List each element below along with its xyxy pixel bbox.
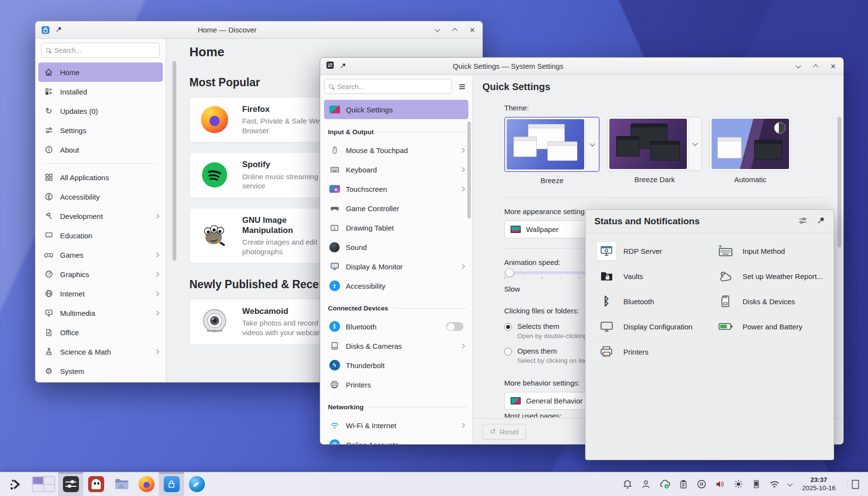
taskbar-app-falkon[interactable] [184,472,209,496]
network-wifi-icon[interactable] [769,479,780,489]
media-player-icon[interactable] [697,479,707,489]
taskbar-app-firefox[interactable] [134,472,159,496]
sidebar-item-home[interactable]: Home [38,62,163,82]
scrollbar[interactable] [172,61,176,261]
cloud-sync-icon[interactable] [659,479,670,489]
settings-search[interactable] [324,79,452,94]
close-button[interactable]: × [829,62,837,71]
theme-option-breeze[interactable]: Breeze [504,117,600,185]
tray-item-vaults[interactable]: Vaults [590,264,710,289]
sidebar-item-wifi-internet[interactable]: Wi-Fi & Internet [324,416,468,435]
user-switcher-icon[interactable] [641,479,651,489]
sidebar-item-drawing-tablet[interactable]: Drawing Tablet [324,218,468,237]
radio-button[interactable] [504,323,512,331]
theme-option-automatic[interactable]: Automatic [710,117,791,185]
tray-item-disks-devices[interactable]: Disks & Devices [710,289,829,314]
minimize-button[interactable] [433,26,442,34]
configure-icon[interactable] [798,216,807,227]
sidebar-item-system[interactable]: ⚙ System [38,361,163,381]
sidebar-item-accessibility[interactable]: Accessibility [324,276,468,295]
window-title: Home — Discover [198,26,257,34]
sidebar-item-quick-settings[interactable]: Quick Settings [324,100,468,119]
radio-button[interactable] [504,348,512,356]
kdeconnect-icon[interactable] [752,479,761,489]
pager-grid[interactable] [32,476,55,492]
maximize-button[interactable] [811,62,820,71]
sidebar-item-printers[interactable]: Printers [324,375,468,394]
search-input[interactable] [337,83,447,91]
reset-button[interactable]: ↺ Reset [482,424,526,440]
tray-item-input-method[interactable]: Input Method [710,238,829,264]
theme-option-breeze-dark[interactable]: Breeze Dark [607,117,702,185]
sidebar-item-sound[interactable]: Sound [324,237,468,257]
discover-titlebar[interactable]: Home — Discover × [35,21,482,39]
sidebar-item-education[interactable]: Education [38,226,163,245]
sidebar-item-bluetooth[interactable]: ᛒ Bluetooth [324,317,468,336]
sidebar-item-online-accounts[interactable]: @ Online Accounts [324,435,468,445]
notifications-icon[interactable] [622,479,633,489]
theme-dropdown-button[interactable] [688,117,701,170]
volume-icon[interactable] [715,479,725,489]
desktop-3[interactable] [33,485,43,492]
sidebar-item-disks-cameras[interactable]: Disks & Cameras [324,336,468,356]
taskbar-app-system-settings[interactable] [58,472,83,496]
tray-item-weather[interactable]: Set up Weather Report... [710,264,829,289]
sidebar-item-installed[interactable]: Installed [38,82,163,101]
sidebar-item-keyboard[interactable]: Keyboard [324,160,468,179]
desktop-2[interactable] [44,477,54,484]
sidebar-item-office[interactable]: Office [38,323,163,342]
app-launcher-button[interactable] [4,472,29,496]
slider-handle[interactable] [505,268,514,277]
taskbar-app-ghostwriter[interactable] [83,472,108,496]
tray-item-printers[interactable]: Printers [590,339,710,364]
desktop-1[interactable] [33,477,43,484]
sidebar-item-multimedia[interactable]: Multimedia [38,303,163,323]
desktop-4[interactable] [44,485,54,492]
sidebar-item-internet[interactable]: Internet [38,284,163,303]
tray-item-bluetooth[interactable]: ᛒ Bluetooth [590,289,710,314]
discover-search[interactable] [41,43,160,58]
pin-icon[interactable] [817,217,825,226]
digital-clock[interactable]: 23:37 2025-10-16 [802,476,836,492]
pin-icon[interactable] [56,26,62,34]
sidebar-item-development[interactable]: Development [38,206,163,226]
close-button[interactable]: × [468,26,477,34]
sidebar-item-display-monitor[interactable]: Display & Monitor [324,257,468,276]
tray-expand-icon[interactable] [788,482,792,486]
breeze-dark-thumbnail[interactable] [609,119,687,169]
theme-dropdown-button[interactable] [586,118,599,171]
sidebar-item-mouse-touchpad[interactable]: Mouse & Touchpad [324,140,468,160]
clipboard-icon[interactable] [679,479,688,489]
brightness-icon[interactable] [733,479,744,489]
scrollbar[interactable] [837,117,841,248]
taskbar-app-discover[interactable] [159,472,184,496]
sidebar-item-all-applications[interactable]: All Applications [38,168,163,187]
sidebar-item-science-math[interactable]: Science & Math [38,342,163,361]
sidebar-item-games[interactable]: Games [38,245,163,264]
sidebar-item-touchscreen[interactable]: Touchscreen [324,179,468,199]
sidebar-item-updates[interactable]: ↻ Updates (0) [38,101,163,121]
scrollbar[interactable] [467,122,471,218]
virtual-desktop-pager[interactable] [29,472,58,496]
show-desktop-button[interactable] [848,480,862,489]
sidebar-item-thunderbolt[interactable]: ϟ Thunderbolt [324,356,468,375]
settings-titlebar[interactable]: Quick Settings — System Settings × [320,58,843,75]
sidebar-item-settings[interactable]: Settings [38,121,163,140]
search-input[interactable] [54,46,155,54]
tray-item-power-battery[interactable]: Power and Battery [710,314,829,339]
maximize-button[interactable] [450,26,459,34]
sidebar-item-graphics[interactable]: Graphics [38,264,163,284]
minimize-button[interactable] [794,62,803,71]
bluetooth-toggle[interactable] [446,322,464,331]
pin-icon[interactable] [340,62,346,71]
automatic-thumbnail[interactable] [712,119,789,169]
sidebar-item-game-controller[interactable]: Game Controller [324,199,468,218]
vaults-icon [596,266,617,286]
breeze-thumbnail[interactable] [507,119,584,170]
tray-item-display-configuration[interactable]: Display Configuration [590,314,710,339]
sidebar-item-accessibility[interactable]: Accessibility [38,187,163,206]
taskbar-app-dolphin[interactable] [108,472,134,496]
tray-item-rdp-server[interactable]: RDP Server [590,238,710,264]
sidebar-item-about[interactable]: About [38,140,163,159]
hamburger-menu-icon[interactable]: ≡ [456,81,468,93]
